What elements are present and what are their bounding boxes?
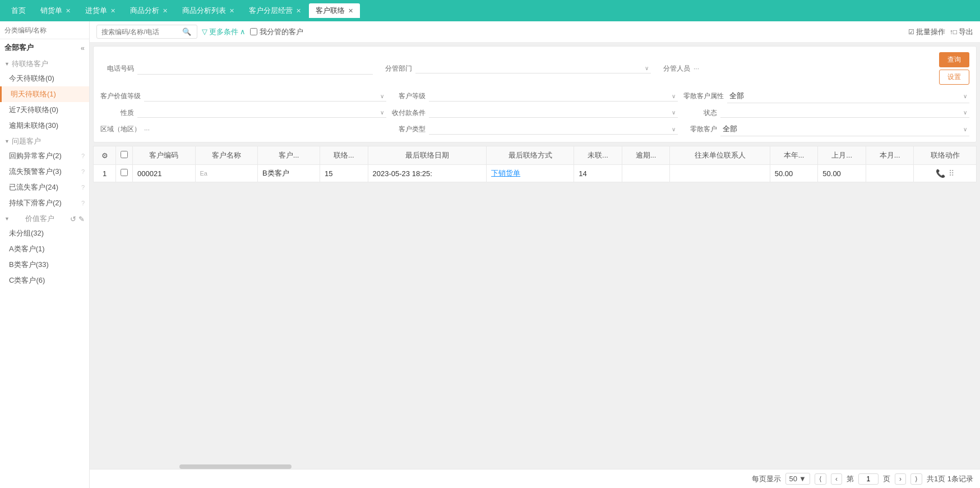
filter-panel: 电话号码 分管部门 ∨ 分管人员 ··· 查询 设置 bbox=[93, 46, 977, 142]
nav-item-goods-analysis-list[interactable]: 商品分析列表 ✕ bbox=[175, 3, 241, 18]
th-check[interactable] bbox=[116, 146, 133, 165]
next-page-button[interactable]: › bbox=[895, 473, 906, 485]
sidebar-item-continuous-down[interactable]: 持续下滑客户(2) ? bbox=[0, 195, 89, 211]
nav-close-customer-contact[interactable]: ✕ bbox=[348, 7, 353, 15]
th-this-year[interactable]: 本年... bbox=[770, 146, 818, 165]
select-all-checkbox[interactable] bbox=[121, 151, 128, 158]
sidebar-label-overdue-contact: 逾期未联络(30) bbox=[9, 121, 58, 131]
th-name[interactable]: 客户名称 bbox=[195, 146, 258, 165]
sidebar-item-lost-risk[interactable]: 流失预警客户(3) ? bbox=[0, 164, 89, 179]
batch-operate-button[interactable]: ☑ 批量操作 bbox=[908, 27, 945, 37]
td-num: 1 bbox=[94, 165, 116, 182]
scrollbar-thumb[interactable] bbox=[179, 464, 292, 469]
export-button[interactable]: ↑□ 导出 bbox=[950, 27, 973, 37]
query-button[interactable]: 查询 bbox=[939, 52, 969, 67]
filter-gender-select[interactable]: ∨ bbox=[137, 108, 386, 118]
nav-item-sales[interactable]: 销货单 ✕ bbox=[34, 3, 77, 18]
filter-retail-attr-select[interactable]: 全部 ∨ bbox=[727, 89, 969, 103]
export-icon: ↑□ bbox=[950, 28, 957, 36]
sidebar-item-lost[interactable]: 已流失客户(24) ? bbox=[0, 179, 89, 195]
total-records: 共1页 1条记录 bbox=[927, 474, 973, 484]
sidebar-item-overdue-contact[interactable]: 逾期未联络(30) bbox=[0, 118, 89, 133]
content-area: 🔍 ▽ 更多条件 ∧ 我分管的客户 ☑ 批量操作 ↑□ 导出 bbox=[90, 21, 980, 488]
sidebar-search-input[interactable] bbox=[4, 26, 89, 34]
more-filter-button[interactable]: ▽ 更多条件 ∧ bbox=[202, 27, 246, 37]
sidebar-group-problem-customers[interactable]: 问题客户 bbox=[0, 133, 89, 148]
set-button[interactable]: 设置 bbox=[939, 70, 969, 85]
row-action-grid-icon[interactable]: ⠿ bbox=[949, 169, 954, 178]
filter-division-dept-select[interactable]: ∨ bbox=[415, 63, 651, 73]
th-contact-person[interactable]: 往来单位联系人 bbox=[670, 146, 770, 165]
sidebar-item-7days-contact[interactable]: 近7天待联络(0) bbox=[0, 102, 89, 118]
row-last-contact-method-link[interactable]: 下销货单 bbox=[491, 169, 520, 177]
page-number-input[interactable] bbox=[858, 473, 879, 485]
search-icon[interactable]: 🔍 bbox=[182, 27, 191, 36]
sidebar-group-value-customers[interactable]: 价值客户 ↺ ✎ bbox=[0, 211, 89, 225]
col-label-customer-type: 客户... bbox=[279, 151, 299, 159]
sidebar-item-b-class[interactable]: B类客户(33) bbox=[0, 257, 89, 273]
filter-arrow-icon: ∧ bbox=[240, 27, 246, 36]
sidebar-group-pending-contact[interactable]: 待联络客户 bbox=[0, 56, 89, 71]
th-last-contact-method[interactable]: 最后联络方式 bbox=[487, 146, 574, 165]
filter-customer-value-level-select[interactable]: ∨ bbox=[144, 91, 386, 102]
nav-close-goods-analysis-list[interactable]: ✕ bbox=[229, 7, 234, 15]
row-action-phone-icon[interactable]: 📞 bbox=[936, 169, 945, 178]
sidebar-item-repurchase-abnormal[interactable]: 回购异常客户(2) ? bbox=[0, 148, 89, 164]
row-contact: 15 bbox=[325, 169, 332, 178]
filter-division-dept-label: 分管部门 bbox=[378, 64, 412, 73]
nav-label-customer-segment: 客户分层经营 bbox=[249, 6, 293, 16]
td-check[interactable] bbox=[116, 165, 133, 182]
value-customers-edit-icon[interactable]: ✎ bbox=[78, 215, 85, 223]
filter-customer-type-select[interactable]: ∨ bbox=[429, 125, 678, 135]
filter-status-label: 状态 bbox=[683, 108, 717, 118]
prev-page-button[interactable]: ‹ bbox=[831, 473, 842, 485]
th-last-contact-date[interactable]: 最后联络日期 bbox=[368, 146, 487, 165]
sidebar-item-a-class[interactable]: A类客户(1) bbox=[0, 241, 89, 257]
th-settings[interactable]: ⚙ bbox=[94, 146, 116, 165]
filter-status-select[interactable]: ∨ bbox=[720, 108, 969, 118]
th-customer-type[interactable]: 客户... bbox=[258, 146, 320, 165]
col-label-name: 客户名称 bbox=[212, 151, 241, 159]
filter-division-person-more[interactable]: ··· bbox=[694, 65, 699, 72]
nav-close-purchase[interactable]: ✕ bbox=[110, 7, 115, 15]
sidebar-item-tomorrow-contact[interactable]: 明天待联络(1) bbox=[0, 86, 89, 102]
nav-item-customer-segment[interactable]: 客户分层经营 ✕ bbox=[242, 3, 308, 18]
th-uncontacted[interactable]: 未联... bbox=[574, 146, 622, 165]
filter-region-more[interactable]: ··· bbox=[144, 126, 150, 133]
th-code[interactable]: 客户编码 bbox=[133, 146, 196, 165]
th-last-month[interactable]: 上月... bbox=[818, 146, 866, 165]
help-icon-continuous-down: ? bbox=[81, 200, 85, 206]
td-last-contact-method[interactable]: 下销货单 bbox=[487, 165, 574, 182]
filter-gender-field: 性质 ∨ bbox=[100, 108, 386, 118]
my-customers-checkbox-label[interactable]: 我分管的客户 bbox=[250, 27, 303, 37]
td-contact: 15 bbox=[320, 165, 368, 182]
horizontal-scrollbar[interactable] bbox=[90, 464, 980, 469]
last-page-button[interactable]: ⟩ bbox=[910, 473, 922, 485]
nav-close-goods-analysis[interactable]: ✕ bbox=[163, 7, 168, 15]
nav-item-purchase[interactable]: 进货单 ✕ bbox=[78, 3, 122, 18]
filter-phone-input[interactable] bbox=[137, 63, 373, 75]
filter-payment-terms-field: 收付款条件 ∨ bbox=[392, 108, 678, 118]
filter-customer-level-select[interactable]: ∨ bbox=[429, 91, 678, 102]
th-this-month[interactable]: 本月... bbox=[866, 146, 914, 165]
first-page-button[interactable]: ⟨ bbox=[815, 473, 826, 485]
sidebar-item-c-class[interactable]: C类客户(6) bbox=[0, 273, 89, 288]
row-checkbox[interactable] bbox=[121, 169, 128, 176]
nav-close-sales[interactable]: ✕ bbox=[66, 7, 71, 15]
filter-payment-terms-select[interactable]: ∨ bbox=[429, 108, 678, 118]
nav-item-home[interactable]: 首页 bbox=[4, 3, 33, 18]
per-page-select[interactable]: 50 ▼ bbox=[785, 473, 810, 485]
nav-item-goods-analysis[interactable]: 商品分析 ✕ bbox=[123, 3, 174, 18]
value-customers-refresh-icon[interactable]: ↺ bbox=[70, 215, 76, 223]
search-input[interactable] bbox=[101, 28, 180, 36]
nav-item-customer-contact[interactable]: 客户联络 ✕ bbox=[309, 3, 360, 18]
filter-retail-customer-select[interactable]: 全部 ∨ bbox=[720, 122, 969, 136]
my-customers-checkbox[interactable] bbox=[250, 28, 257, 35]
sidebar-all-customers[interactable]: 全部客户 « bbox=[0, 39, 89, 56]
sidebar-item-today-contact[interactable]: 今天待联络(0) bbox=[0, 71, 89, 86]
sidebar-item-ungrouped[interactable]: 未分组(32) bbox=[0, 225, 89, 241]
main-layout: 🔍 全部客户 « 待联络客户 今天待联络(0) 明天待联络(1) 近7天待联络(… bbox=[0, 21, 980, 488]
th-overdue[interactable]: 逾期... bbox=[622, 146, 670, 165]
nav-close-customer-segment[interactable]: ✕ bbox=[296, 7, 301, 15]
th-contact[interactable]: 联络... bbox=[320, 146, 368, 165]
